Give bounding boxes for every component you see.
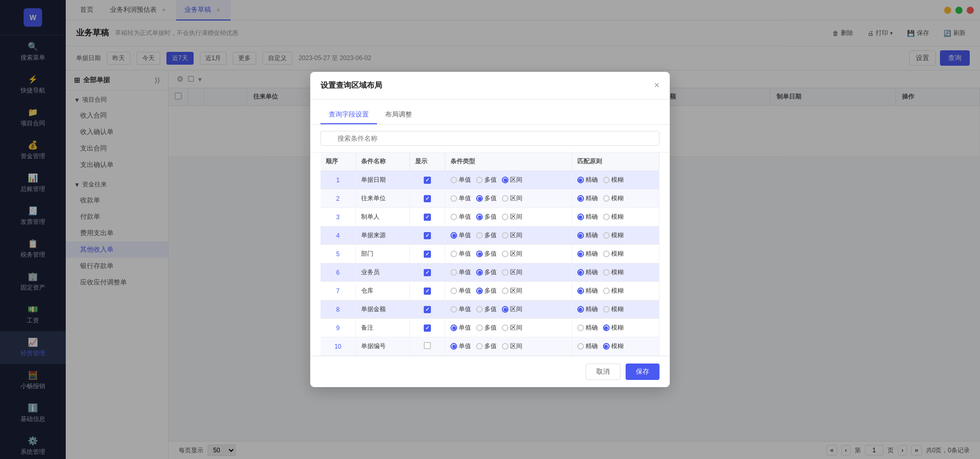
modal-title: 设置查询区域布局 bbox=[321, 81, 382, 90]
type-radio-区间[interactable]: 区间 bbox=[502, 250, 522, 258]
radio-label: 精确 bbox=[586, 268, 598, 277]
radio-circle-icon bbox=[450, 343, 457, 350]
modal-row-match: 精确模糊 bbox=[572, 208, 659, 226]
type-radio-多值[interactable]: 多值 bbox=[476, 250, 497, 258]
display-checkbox-checked[interactable] bbox=[424, 251, 431, 258]
modal-cancel-button[interactable]: 取消 bbox=[586, 364, 620, 380]
modal-table-row: 7仓库单值多值区间精确模糊 bbox=[321, 282, 659, 300]
display-checkbox-checked[interactable] bbox=[424, 306, 431, 313]
display-checkbox-checked[interactable] bbox=[424, 195, 431, 202]
radio-circle-icon bbox=[577, 232, 584, 239]
radio-circle-icon bbox=[603, 288, 610, 294]
match-radio-模糊[interactable]: 模糊 bbox=[603, 342, 624, 351]
match-radio-精确[interactable]: 精确 bbox=[577, 305, 598, 314]
radio-circle-icon bbox=[476, 288, 483, 294]
modal-row-order: 5 bbox=[321, 245, 355, 263]
type-radio-多值[interactable]: 多值 bbox=[476, 323, 497, 332]
match-radio-精确[interactable]: 精确 bbox=[577, 194, 598, 203]
modal-tab-fields[interactable]: 查询字段设置 bbox=[321, 106, 377, 124]
match-radio-模糊[interactable]: 模糊 bbox=[603, 231, 624, 240]
modal-row-display bbox=[410, 226, 445, 245]
type-radio-单值[interactable]: 单值 bbox=[450, 286, 471, 295]
modal-row-type: 单值多值区间 bbox=[445, 319, 572, 337]
modal-row-name: 单据日期 bbox=[355, 171, 410, 189]
modal-close-button[interactable]: × bbox=[654, 80, 659, 91]
match-radio-精确[interactable]: 精确 bbox=[577, 268, 598, 277]
type-radio-区间[interactable]: 区间 bbox=[502, 213, 522, 221]
radio-label: 单值 bbox=[459, 231, 471, 240]
type-radio-区间[interactable]: 区间 bbox=[502, 305, 522, 314]
type-radio-单值[interactable]: 单值 bbox=[450, 250, 471, 258]
modal-row-name: 部门 bbox=[355, 245, 410, 263]
type-radio-多值[interactable]: 多值 bbox=[476, 268, 497, 277]
match-radio-模糊[interactable]: 模糊 bbox=[603, 213, 624, 221]
match-radio-精确[interactable]: 精确 bbox=[577, 213, 598, 221]
radio-label: 模糊 bbox=[611, 213, 624, 221]
display-checkbox-checked[interactable] bbox=[424, 214, 431, 221]
radio-circle-icon bbox=[476, 195, 483, 202]
radio-label: 多值 bbox=[484, 176, 497, 184]
radio-circle-icon bbox=[450, 214, 457, 220]
modal-table-row: 4单据来源单值多值区间精确模糊 bbox=[321, 226, 659, 245]
display-checkbox-checked[interactable] bbox=[424, 288, 431, 295]
type-radio-区间[interactable]: 区间 bbox=[502, 268, 522, 277]
modal-save-button[interactable]: 保存 bbox=[626, 364, 659, 380]
radio-label: 模糊 bbox=[611, 323, 624, 332]
type-radio-多值[interactable]: 多值 bbox=[476, 231, 497, 240]
display-checkbox-checked[interactable] bbox=[424, 269, 431, 276]
radio-circle-icon bbox=[450, 251, 457, 257]
type-radio-多值[interactable]: 多值 bbox=[476, 213, 497, 221]
type-radio-单值[interactable]: 单值 bbox=[450, 231, 471, 240]
match-radio-模糊[interactable]: 模糊 bbox=[603, 268, 624, 277]
display-checkbox-checked[interactable] bbox=[424, 177, 431, 184]
modal-tab-layout[interactable]: 布局调整 bbox=[377, 106, 420, 124]
type-radio-单值[interactable]: 单值 bbox=[450, 323, 471, 332]
modal-search-input[interactable] bbox=[321, 131, 659, 146]
radio-circle-icon bbox=[502, 269, 508, 276]
radio-label: 单值 bbox=[459, 286, 471, 295]
match-radio-精确[interactable]: 精确 bbox=[577, 250, 598, 258]
type-radio-单值[interactable]: 单值 bbox=[450, 342, 471, 351]
type-radio-多值[interactable]: 多值 bbox=[476, 176, 497, 184]
radio-circle-icon bbox=[476, 251, 483, 257]
match-radio-模糊[interactable]: 模糊 bbox=[603, 286, 624, 295]
match-radio-精确[interactable]: 精确 bbox=[577, 342, 598, 351]
radio-label: 模糊 bbox=[611, 342, 624, 351]
modal-row-display bbox=[410, 208, 445, 226]
type-radio-区间[interactable]: 区间 bbox=[502, 323, 522, 332]
type-radio-多值[interactable]: 多值 bbox=[476, 194, 497, 203]
type-radio-区间[interactable]: 区间 bbox=[502, 231, 522, 240]
type-radio-单值[interactable]: 单值 bbox=[450, 213, 471, 221]
radio-circle-icon bbox=[577, 195, 584, 202]
display-checkbox-empty[interactable] bbox=[424, 342, 431, 349]
type-radio-区间[interactable]: 区间 bbox=[502, 176, 522, 184]
type-radio-单值[interactable]: 单值 bbox=[450, 305, 471, 314]
match-radio-精确[interactable]: 精确 bbox=[577, 323, 598, 332]
type-radio-多值[interactable]: 多值 bbox=[476, 342, 497, 351]
type-radio-单值[interactable]: 单值 bbox=[450, 268, 471, 277]
type-radio-多值[interactable]: 多值 bbox=[476, 305, 497, 314]
display-checkbox-checked[interactable] bbox=[424, 324, 431, 332]
match-radio-模糊[interactable]: 模糊 bbox=[603, 305, 624, 314]
type-radio-单值[interactable]: 单值 bbox=[450, 194, 471, 203]
type-radio-区间[interactable]: 区间 bbox=[502, 286, 522, 295]
match-radio-模糊[interactable]: 模糊 bbox=[603, 194, 624, 203]
match-radio-精确[interactable]: 精确 bbox=[577, 176, 598, 184]
modal-row-display bbox=[410, 245, 445, 263]
radio-label: 多值 bbox=[484, 194, 497, 203]
type-radio-区间[interactable]: 区间 bbox=[502, 194, 522, 203]
match-radio-模糊[interactable]: 模糊 bbox=[603, 250, 624, 258]
radio-label: 模糊 bbox=[611, 176, 624, 184]
display-checkbox-checked[interactable] bbox=[424, 232, 431, 239]
type-radio-多值[interactable]: 多值 bbox=[476, 286, 497, 295]
type-radio-区间[interactable]: 区间 bbox=[502, 342, 522, 351]
match-radio-模糊[interactable]: 模糊 bbox=[603, 323, 624, 332]
modal-table-row: 5部门单值多值区间精确模糊 bbox=[321, 245, 659, 263]
radio-label: 区间 bbox=[510, 305, 522, 314]
match-radio-精确[interactable]: 精确 bbox=[577, 231, 598, 240]
modal-row-match: 精确模糊 bbox=[572, 171, 659, 189]
match-radio-模糊[interactable]: 模糊 bbox=[603, 176, 624, 184]
radio-label: 模糊 bbox=[611, 305, 624, 314]
match-radio-精确[interactable]: 精确 bbox=[577, 286, 598, 295]
type-radio-单值[interactable]: 单值 bbox=[450, 176, 471, 184]
